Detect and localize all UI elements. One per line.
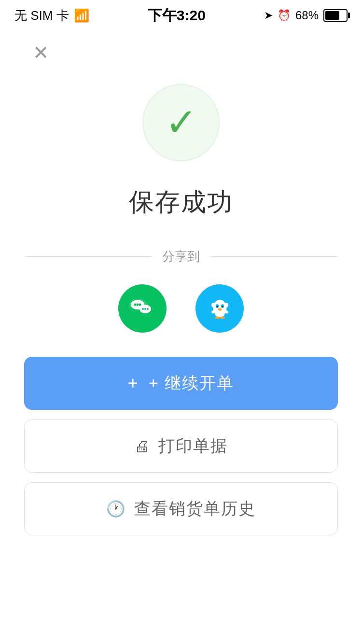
- divider-right: [209, 256, 338, 257]
- alarm-icon: ⏰: [278, 9, 291, 22]
- history-button[interactable]: 🕐 查看销货单历史: [24, 482, 338, 535]
- svg-point-8: [134, 304, 137, 306]
- wechat-share-button[interactable]: [118, 284, 167, 333]
- qq-share-button[interactable]: [195, 284, 244, 333]
- svg-point-14: [147, 308, 149, 310]
- print-button[interactable]: 🖨 打印单据: [24, 420, 338, 473]
- svg-point-21: [215, 311, 224, 317]
- history-icon: 🕐: [106, 500, 126, 518]
- continue-order-label: + 继续开单: [149, 372, 234, 394]
- svg-point-22: [211, 303, 215, 308]
- share-icons: [24, 284, 338, 333]
- share-divider: 分享到: [24, 248, 338, 265]
- status-bar: 无 SIM 卡 📶 下午3:20 ➤ ⏰ 68%: [0, 0, 362, 31]
- close-button[interactable]: ✕: [29, 41, 53, 65]
- battery-percent: 68%: [295, 9, 319, 22]
- qq-icon: [207, 295, 233, 322]
- status-time: 下午3:20: [148, 6, 206, 26]
- close-icon: ✕: [33, 43, 49, 62]
- success-title: 保存成功: [129, 185, 233, 219]
- success-circle: ✓: [142, 84, 220, 161]
- battery-icon: [323, 9, 348, 22]
- print-label: 打印单据: [158, 435, 228, 457]
- print-icon: 🖨: [134, 437, 151, 455]
- wechat-icon: [128, 294, 157, 323]
- svg-point-13: [144, 308, 146, 310]
- sim-status: 无 SIM 卡: [14, 7, 69, 24]
- svg-point-20: [218, 308, 222, 310]
- share-label: 分享到: [162, 248, 200, 265]
- plus-icon: +: [128, 373, 139, 393]
- svg-point-23: [224, 303, 228, 308]
- svg-point-12: [142, 308, 144, 310]
- divider-left: [24, 256, 153, 257]
- main-content: ✕ ✓ 保存成功 分享到: [0, 31, 362, 555]
- svg-point-18: [216, 306, 218, 307]
- svg-point-26: [215, 316, 220, 319]
- svg-point-27: [220, 316, 225, 319]
- checkmark-icon: ✓: [165, 103, 197, 142]
- share-section: 分享到: [24, 248, 338, 333]
- status-left: 无 SIM 卡 📶: [14, 7, 89, 24]
- svg-point-19: [222, 306, 223, 307]
- svg-point-10: [139, 304, 141, 306]
- continue-order-button[interactable]: + + 继续开单: [24, 357, 338, 410]
- status-right: ➤ ⏰ 68%: [264, 9, 348, 22]
- wifi-icon: 📶: [74, 8, 89, 23]
- action-buttons: + + 继续开单 🖨 打印单据 🕐 查看销货单历史: [24, 357, 338, 535]
- location-icon: ➤: [264, 9, 273, 22]
- svg-point-9: [137, 304, 139, 306]
- history-label: 查看销货单历史: [134, 498, 256, 520]
